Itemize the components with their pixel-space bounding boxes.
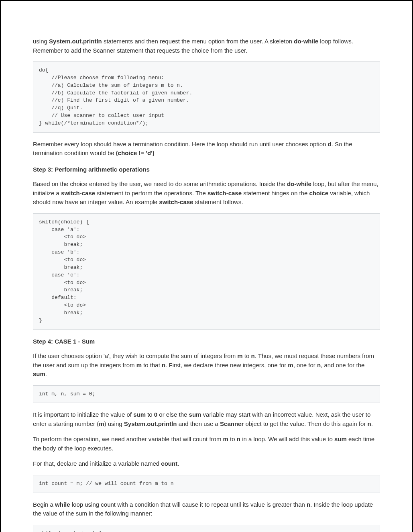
text-bold: sum [33,370,45,377]
step4-paragraph3: To perform the operation, we need anothe… [33,435,380,453]
text: , and one for the [321,362,364,368]
text-bold: m [237,352,242,359]
text: Begin a [33,501,55,508]
text-bold: m [223,436,228,442]
text: ) using [104,420,124,427]
text: Remember every loop should have a termin… [33,141,328,147]
step4-paragraph5: Begin a while loop using count with a co… [33,500,380,518]
text: statements and then request the menu opt… [102,38,294,45]
text: object to get the value. Then do this ag… [244,420,367,427]
step4-paragraph4: For that, declare and initialize a varia… [33,459,380,469]
text: . [371,420,373,427]
text: For that, declare and initialize a varia… [33,460,161,467]
text-bold: d [328,141,332,147]
text: using [33,38,49,45]
text-bold: while [55,501,70,508]
text: It is important to initialize the value … [33,411,133,418]
text-bold: Scanner [220,420,244,427]
code-block-while: while (count <= m) { sum = sum + count; … [33,525,380,532]
text-bold: do-while [294,38,318,45]
text-bold: switch-case [159,198,193,205]
text-bold: switch-case [61,190,95,196]
text-bold: n [162,362,165,368]
text-bold: sum [334,436,347,442]
text: To perform the operation, we need anothe… [33,436,223,442]
text-bold: m [99,420,104,427]
text-bold: switch-case [208,190,242,196]
step4-paragraph2: It is important to initialize the value … [33,410,380,428]
text: statement hinges on the [242,190,309,196]
text: Based on the choice entered by the user,… [33,180,287,187]
text-bold: do-while [287,180,311,187]
text: in a loop. We will add this value to [240,436,334,442]
text-bold: 0 [154,411,157,418]
text-bold: n [237,436,240,442]
text: to [228,436,237,442]
code-block-count: int count = m; // we will count from m t… [33,475,380,493]
text-bold: count [161,460,177,467]
heading-step4: Step 4: CASE 1 - Sum [33,337,380,346]
code-block-switch: switch(choice) { case 'a': <to do> break… [33,213,380,330]
text: statement follows. [193,198,243,205]
text: . [45,370,47,377]
text: and then use a [177,420,220,427]
text-bold: m [136,362,142,368]
text-bold: System.out.println [124,420,177,427]
termination-paragraph: Remember every loop should have a termin… [33,140,380,158]
text-bold: (choice != 'd') [116,149,155,156]
intro-paragraph: using System.out.println statements and … [33,37,380,55]
text: or else the [157,411,189,418]
text-bold: choice [309,190,328,196]
text-bold: n [317,362,321,368]
text-bold: sum [189,411,201,418]
text-bold: m [288,362,293,368]
text-bold: n [368,420,371,427]
text: , one for [293,362,317,368]
step3-paragraph: Based on the choice entered by the user,… [33,180,380,207]
text-bold: n [307,501,310,508]
text-bold: System.out.println [49,38,102,45]
text-bold: n [251,352,255,359]
text: loop using count with a condition that w… [70,501,307,508]
text: If the user chooses option 'a', they wis… [33,352,237,359]
text: to that [142,362,162,368]
step4-paragraph1: If the user chooses option 'a', they wis… [33,352,380,379]
text: . [177,460,179,467]
text-bold: sum [133,411,146,418]
text: to [243,352,251,359]
text: to [146,411,154,418]
code-block-intdecl: int m, n, sum = 0; [33,385,380,403]
text: . First, we declare three new integers, … [165,362,288,368]
heading-step3: Step 3: Performing arithmetic operations [33,165,380,174]
code-block-dowhile: do{ //Please choose from following menu:… [33,61,380,133]
text: statement to perform the operations. The [95,190,208,196]
